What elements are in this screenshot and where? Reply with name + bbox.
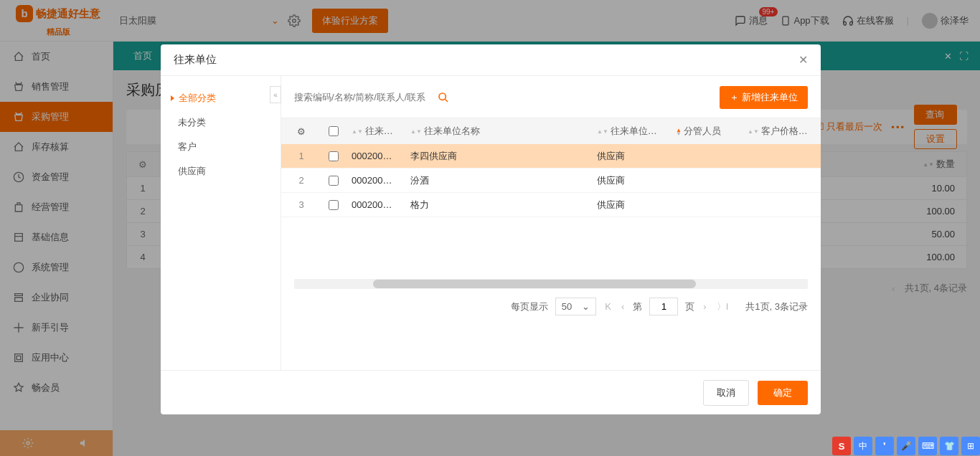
close-icon[interactable]: ✕ (798, 53, 808, 67)
page-next-icon[interactable]: › (702, 301, 707, 312)
table-header: ⚙ ▲▼往来… ▲▼往来单位名称 ▲▼往来单位… ▲▼分管人员 ▲▼客户价格… (281, 118, 821, 144)
page-input[interactable] (649, 298, 678, 315)
modal-search-bar: ＋新增往来单位 (281, 86, 821, 118)
modal-content: ＋新增往来单位 ⚙ ▲▼往来… ▲▼往来单位名称 ▲▼往来单位… ▲▼分管人员 … (281, 76, 821, 370)
modal-title: 往来单位 (174, 53, 217, 67)
search-icon[interactable] (438, 92, 449, 103)
page-first-icon[interactable]: K (603, 301, 613, 312)
row-checkbox[interactable] (329, 176, 339, 186)
ime-skin-icon[interactable]: 👕 (940, 437, 958, 455)
row-checkbox[interactable] (329, 200, 339, 210)
select-all-checkbox[interactable] (329, 126, 339, 136)
category-all[interactable]: 全部分类 (161, 86, 281, 110)
modal-pager: 每页显示 50⌄ K ‹ 第 页 › 〉I 共1页, 3条记录 (281, 289, 821, 324)
ime-mic-icon[interactable]: 🎤 (897, 437, 915, 455)
page-last-icon[interactable]: 〉I (715, 300, 730, 313)
sort-icon[interactable]: ▲▼ (597, 130, 608, 133)
modal-footer: 取消 确定 (161, 370, 821, 414)
sort-icon[interactable]: ▲▼ (352, 130, 363, 133)
cancel-button[interactable]: 取消 (703, 380, 749, 406)
table-row[interactable]: 1000200…李四供应商供应商 (281, 144, 821, 168)
collapse-panel-icon[interactable]: « (270, 86, 281, 103)
category-supplier[interactable]: 供应商 (161, 159, 281, 184)
horizontal-scrollbar[interactable] (294, 279, 808, 289)
modal-table: ⚙ ▲▼往来… ▲▼往来单位名称 ▲▼往来单位… ▲▼分管人员 ▲▼客户价格… … (281, 118, 821, 217)
ok-button[interactable]: 确定 (758, 381, 808, 405)
category-customer[interactable]: 客户 (161, 135, 281, 159)
sort-icon[interactable]: ▲▼ (410, 130, 422, 133)
category-uncategorized[interactable]: 未分类 (161, 110, 281, 135)
ime-toolbar: S 中 ❜ 🎤 ⌨ 👕 ⊞ (832, 436, 980, 456)
svg-point-4 (439, 93, 446, 100)
partner-modal: 往来单位 ✕ 全部分类 未分类 客户 供应商 « ＋新增往来单位 ⚙ ▲▼往来…… (161, 44, 821, 414)
per-page-select[interactable]: 50⌄ (555, 298, 596, 315)
scrollbar-thumb[interactable] (373, 280, 696, 288)
modal-header: 往来单位 ✕ (161, 44, 821, 76)
table-row[interactable]: 3000200…格力供应商 (281, 193, 821, 217)
modal-category-panel: 全部分类 未分类 客户 供应商 « (161, 76, 281, 370)
ime-logo-icon[interactable]: S (832, 437, 851, 455)
search-input[interactable] (294, 89, 430, 106)
add-partner-button[interactable]: ＋新增往来单位 (720, 86, 808, 109)
sort-icon[interactable]: ▲▼ (676, 128, 682, 136)
ime-toolbox-icon[interactable]: ⊞ (961, 437, 980, 455)
gear-icon[interactable]: ⚙ (281, 126, 321, 137)
chevron-down-icon: ⌄ (582, 301, 590, 312)
page-prev-icon[interactable]: ‹ (620, 301, 626, 312)
row-checkbox[interactable] (329, 151, 339, 161)
svg-line-5 (445, 99, 448, 102)
ime-lang-button[interactable]: 中 (854, 437, 872, 455)
plus-icon: ＋ (730, 91, 739, 104)
sort-icon[interactable]: ▲▼ (748, 130, 759, 133)
table-row[interactable]: 2000200…汾酒供应商 (281, 168, 821, 193)
ime-punct-icon[interactable]: ❜ (875, 437, 894, 455)
ime-keyboard-icon[interactable]: ⌨ (918, 437, 937, 455)
